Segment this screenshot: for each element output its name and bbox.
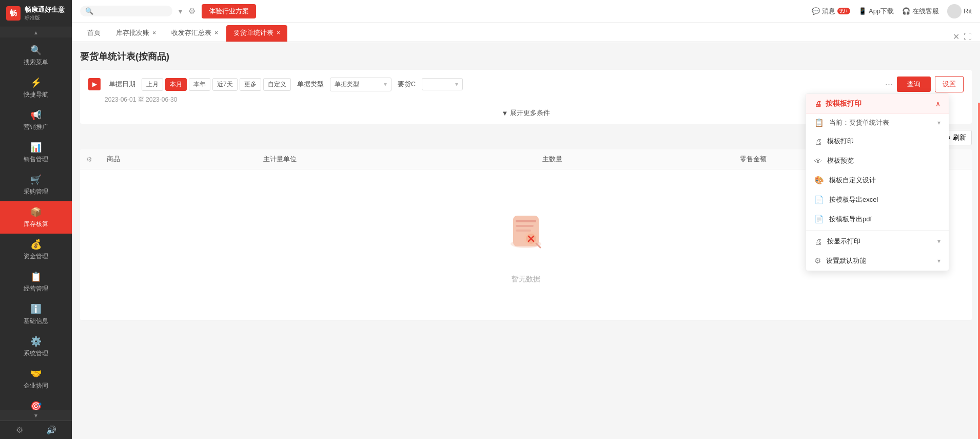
sidebar-label-sales: 销售管理 [24,155,48,164]
dropdown-sub-0-label: 按显示打印 [827,237,860,246]
date-btn-custom[interactable]: 自定义 [263,78,291,91]
tab-controls: ✕ ⛶ [953,32,972,42]
display-print-icon: 🖨 [814,237,822,246]
sidebar-label-shortcut: 快捷导航 [24,90,48,99]
date-btn-last7days[interactable]: 近7天 [212,78,238,91]
sidebar-item-purchase[interactable]: 🛒 采购管理 [0,169,72,201]
tab-home[interactable]: 首页 [80,25,108,42]
app-download-label: App下载 [869,7,894,16]
export-pdf-icon: 📄 [814,215,824,224]
sidebar-item-search[interactable]: 🔍 搜索菜单 [0,40,72,72]
sidebar-item-marketing[interactable]: 📢 营销推广 [0,104,72,137]
dropdown-item-template-custom[interactable]: 🎨 模板自定义设计 [806,170,949,190]
resize-handle[interactable] [978,103,980,439]
finance-icon: 💰 [30,239,42,250]
current-chevron[interactable]: ▾ [937,119,940,126]
sidebar-item-inventory[interactable]: 📦 库存核算 [0,201,72,234]
dropdown-print-icon: 🖨 [814,100,821,108]
sidebar-item-basic[interactable]: ℹ️ 基础信息 [0,298,72,331]
sidebar-item-shortcut[interactable]: ⚡ 快捷导航 [0,72,72,104]
sidebar-label-basic: 基础信息 [24,317,48,326]
topbar-right: 💬 消息 99+ 📱 App下载 🎧 在线客服 Rit [812,4,972,18]
app-download-btn[interactable]: 📱 App下载 [858,7,894,16]
search-nav-icon: 🔍 [30,45,42,56]
sidebar-label-finance: 资金管理 [24,252,48,261]
filter-more-icon[interactable]: ··· [885,79,893,90]
dropdown-sub-set-default[interactable]: ⚙ 设置默认功能 ▾ [806,251,949,271]
current-icon: 📋 [814,118,824,127]
sidebar-item-finance[interactable]: 💰 资金管理 [0,234,72,266]
sidebar-label-system: 系统管理 [24,349,48,358]
dropdown-item-export-excel[interactable]: 📄 按模板导出excel [806,190,949,209]
svg-rect-3 [516,225,534,227]
sidebar-item-system[interactable]: ⚙️ 系统管理 [0,331,72,363]
tab-receipt-summary[interactable]: 收发存汇总表 × [164,25,225,42]
newbie-icon: 🎯 [30,400,42,410]
dropdown-item-2-label: 模板自定义设计 [829,176,876,185]
date-btn-current-month[interactable]: 本月 [165,78,187,91]
dropdown-item-template-preview[interactable]: 👁 模板预览 [806,151,949,170]
col-settings-icon[interactable]: ⚙ [86,156,92,163]
order-type-value: 单据类型 [335,80,359,89]
export-excel-icon: 📄 [814,195,824,204]
topbar-search-box[interactable]: 🔍 [80,6,172,16]
inventory-icon: 📦 [30,206,42,218]
sidebar-item-operation[interactable]: 📋 经营管理 [0,266,72,298]
topbar-chevron-icon[interactable]: ▾ [179,7,182,15]
date-btn-current-year[interactable]: 本年 [189,78,210,91]
dropdown-sub-display-print[interactable]: 🖨 按显示打印 ▾ [806,232,949,251]
settings-bottom-icon[interactable]: ⚙ [16,425,23,435]
query-button[interactable]: 查询 [897,77,931,92]
date-filter-label: 单据日期 [109,80,135,89]
empty-text: 暂无数据 [512,275,540,284]
sound-icon[interactable]: 🔊 [46,425,56,435]
topbar-gear-icon[interactable]: ⚙ [188,6,195,16]
tab-receipt-summary-close[interactable]: × [214,29,218,36]
messages-label: 消息 [822,7,835,16]
empty-icon [500,205,552,266]
tab-requisition-stats[interactable]: 要货单统计表 × [226,25,287,42]
dropdown-sub-left-1: ⚙ 设置默认功能 [814,256,866,265]
tab-inventory-batch[interactable]: 库存批次账 × [109,25,163,42]
sidebar-scroll-down[interactable]: ▼ [0,410,72,421]
dropdown-item-template-print[interactable]: 🖨 模板打印 [806,131,949,151]
page-title: 要货单统计表(按商品) [80,50,972,63]
sidebar-scroll-up[interactable]: ▲ [0,27,72,37]
sidebar-item-sales[interactable]: 📊 销售管理 [0,137,72,169]
logo-icon: 畅 [6,6,21,21]
tab-inventory-batch-close[interactable]: × [152,29,156,36]
set-default-chevron: ▾ [937,257,940,264]
empty-svg [500,205,552,257]
filter-expand-btn[interactable]: ▶ [88,78,101,90]
sidebar-item-newbie[interactable]: 🎯 新手引导 [0,395,72,410]
trial-button[interactable]: 体验行业方案 [202,4,256,18]
messages-btn[interactable]: 💬 消息 99+ [812,7,850,16]
tab-requisition-stats-label: 要货单统计表 [233,28,273,37]
basic-icon: ℹ️ [30,303,42,315]
tab-close-all-icon[interactable]: ✕ [953,32,959,42]
online-service-btn[interactable]: 🎧 在线客服 [902,7,939,16]
sidebar-label-search: 搜索菜单 [24,58,48,67]
dropdown-item-export-pdf[interactable]: 📄 按模板导出pdf [806,209,949,229]
dropdown-header[interactable]: 🖨 按模板打印 ∧ [806,94,949,114]
topbar-search-input[interactable] [96,8,163,15]
expand-more-btn[interactable]: ▼ 展开更多条件 [502,108,551,118]
dropdown-close-arrow[interactable]: ∧ [935,100,940,108]
date-btn-prev-month[interactable]: 上月 [142,78,163,91]
filter-row-1: ▶ 单据日期 上月 本月 本年 近7天 更多 自定义 单据类型 单据类型 ▾ [88,76,964,92]
date-btn-more[interactable]: 更多 [240,78,261,91]
current-label: 当前：要货单统计表 [829,118,889,127]
template-preview-icon: 👁 [814,157,822,165]
tab-requisition-stats-close[interactable]: × [277,29,280,36]
display-print-chevron: ▾ [937,238,940,245]
tab-expand-icon[interactable]: ⛶ [964,32,972,42]
dropdown-item-1-label: 模板预览 [827,156,854,165]
yh-select[interactable]: ▾ [422,78,463,90]
topbar: 🔍 ▾ ⚙ 体验行业方案 💬 消息 99+ 📱 App下载 🎧 在线客服 Rit [72,0,980,23]
settings-button[interactable]: 设置 [935,76,964,92]
dropdown-item-4-label: 按模板导出pdf [829,215,872,224]
sidebar-item-collab[interactable]: 🤝 企业协同 [0,363,72,395]
dropdown-popup: 🖨 按模板打印 ∧ 📋 当前：要货单统计表 ▾ 🖨 模板打印 👁 模板预览 🎨 [806,93,949,271]
user-avatar-btn[interactable]: Rit [947,4,972,18]
order-type-select[interactable]: 单据类型 ▾ [330,78,391,91]
